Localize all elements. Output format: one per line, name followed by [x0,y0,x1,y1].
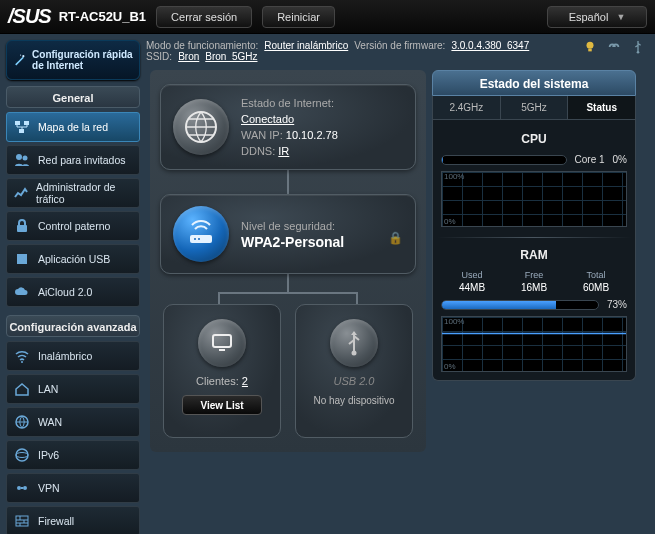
cpu-core1-bar [441,155,567,165]
wan-value: 10.10.2.78 [286,129,338,141]
view-list-button[interactable]: View List [182,395,262,415]
puzzle-icon [13,250,31,268]
nav-label: AiCloud 2.0 [38,286,92,298]
ipv6-icon [13,446,31,464]
ssid-5[interactable]: Bron_5GHz [205,51,257,62]
ram-used: 44MB [441,282,503,293]
model-name: RT-AC52U_B1 [59,9,146,24]
ram-h-used: Used [441,270,503,280]
svg-point-15 [17,486,21,490]
ram-pct: 73% [607,299,627,310]
cpu-title: CPU [441,132,627,146]
svg-rect-23 [219,349,225,351]
fw-label: Versión de firmware: [354,40,445,51]
nav-aicloud[interactable]: AiCloud 2.0 [6,277,140,307]
nav-network-map[interactable]: Mapa de la red [6,112,140,142]
nav-label: Red para invitados [38,154,126,166]
nav-lan[interactable]: LAN [6,374,140,404]
vpn-icon [13,479,31,497]
nav-label: Mapa de la red [38,121,108,133]
svg-rect-6 [24,121,29,125]
nav-traffic-manager[interactable]: Administrador de tráfico [6,178,140,208]
globe-icon [13,413,31,431]
nav-label: Firewall [38,515,74,527]
ram-h-total: Total [565,270,627,280]
status-panel: Estado del sistema 2.4GHz 5GHz Status CP… [432,70,636,452]
tab-24ghz[interactable]: 2.4GHz [433,96,501,119]
nav-wireless[interactable]: Inalámbrico [6,341,140,371]
reboot-button[interactable]: Reiniciar [262,6,335,28]
svg-rect-22 [213,335,231,347]
ddns-value[interactable]: IR [278,145,289,157]
svg-rect-1 [588,49,592,52]
nav-label: WAN [38,416,62,428]
svg-point-13 [16,449,28,461]
language-dropdown[interactable]: Español ▼ [547,6,647,28]
svg-rect-7 [19,129,24,133]
internet-status-card[interactable]: Estado de Internet: Conectado WAN IP: 10… [160,84,416,170]
svg-rect-17 [16,516,28,526]
svg-point-8 [16,154,22,160]
network-map-panel: Estado de Internet: Conectado WAN IP: 10… [150,70,426,452]
clients-card[interactable]: Clientes: 2 View List [163,304,281,438]
svg-point-0 [587,42,594,49]
sidebar: Configuración rápida de Internet General… [0,36,146,534]
clients-label: Clientes: [196,375,239,387]
ram-graph: 100% 0% [441,316,627,372]
nav-vpn[interactable]: VPN [6,473,140,503]
logout-button[interactable]: Cerrar sesión [156,6,252,28]
qis-button[interactable]: Configuración rápida de Internet [6,40,140,80]
cpu-graph: 100% 0% [441,171,627,227]
nav-label: LAN [38,383,58,395]
wand-icon [13,50,26,70]
nav-usb-app[interactable]: Aplicación USB [6,244,140,274]
firewall-icon [13,512,31,530]
security-card[interactable]: Nivel de seguridad: WPA2-Personal 🔒 [160,194,416,274]
svg-point-14 [16,453,28,458]
usb-label: USB 2.0 [334,375,375,387]
guest-icon [13,151,31,169]
nav-label: Inalámbrico [38,350,92,362]
ddns-label: DDNS: [241,145,275,157]
svg-point-11 [21,361,23,363]
nav-label: VPN [38,482,60,494]
ssid-label: SSID: [146,51,172,62]
nav-firewall[interactable]: Firewall [6,506,140,534]
nav-guest-network[interactable]: Red para invitados [6,145,140,175]
nav-wan[interactable]: WAN [6,407,140,437]
wan-label: WAN IP: [241,129,283,141]
tab-status[interactable]: Status [568,96,635,119]
wifi-icon [13,347,31,365]
svg-point-24 [352,351,357,356]
nav-parental-control[interactable]: Control paterno [6,211,140,241]
svg-point-4 [20,55,21,56]
core-label: Core 1 [575,154,605,165]
ram-h-free: Free [503,270,565,280]
internet-label: Estado de Internet: [241,97,334,109]
usb-card[interactable]: USB 2.0 No hay dispositivo [295,304,413,438]
lock-icon [13,217,31,235]
tab-5ghz[interactable]: 5GHz [501,96,569,119]
fw-value[interactable]: 3.0.0.4.380_6347 [451,40,529,51]
ram-title: RAM [441,248,627,262]
logo: /SUS RT-AC52U_B1 [8,5,146,28]
usb-icon[interactable] [631,40,645,54]
svg-point-21 [198,238,200,240]
svg-point-9 [23,156,28,161]
status-title: Estado del sistema [432,70,636,96]
mode-value[interactable]: Router inalámbrico [264,40,348,51]
ssid-24[interactable]: Bron [178,51,199,62]
svg-marker-25 [351,331,357,335]
svg-point-16 [23,486,27,490]
svg-rect-10 [17,225,27,232]
mode-label: Modo de funcionamiento: [146,40,258,51]
network-map-icon [13,118,31,136]
usb-status: No hay dispositivo [313,395,394,406]
nav-ipv6[interactable]: IPv6 [6,440,140,470]
section-general: General [6,86,140,108]
usb-large-icon [330,319,378,367]
status-tabs: 2.4GHz 5GHz Status [432,96,636,120]
top-bar: /SUS RT-AC52U_B1 Cerrar sesión Reiniciar… [0,0,655,34]
link-icon[interactable] [607,40,621,54]
bulb-icon[interactable] [583,40,597,54]
